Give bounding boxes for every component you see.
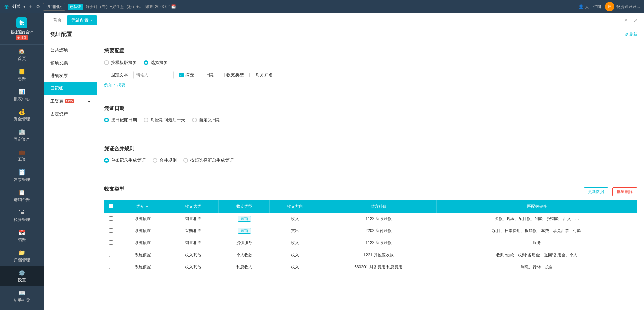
sidebar-item-ledger[interactable]: 📒 总账 xyxy=(0,65,44,85)
row-category: 系统预置 xyxy=(118,237,168,249)
row-category: 系统预置 xyxy=(118,249,168,261)
row-subject: 1122 应收账款 xyxy=(320,237,437,249)
row-direction: 收入 xyxy=(269,261,320,273)
radio-select[interactable]: 选择摘要 xyxy=(144,60,168,66)
left-nav-purchase-invoice[interactable]: 进项发票 xyxy=(44,69,97,82)
row-main-type: 销售相关 xyxy=(168,237,218,249)
sidebar-item-reports[interactable]: 📊 报表中心 xyxy=(0,85,44,105)
row-keywords: 服务 xyxy=(437,237,637,249)
sidebar-item-tax[interactable]: 🏛 税务管理 xyxy=(0,206,44,226)
radio-template-label: 按模板版摘要 xyxy=(111,60,137,66)
summary-radio-group: 按模板版摘要 选择摘要 xyxy=(104,60,637,66)
sidebar-item-settings[interactable]: ⚙️ 设置 xyxy=(0,266,44,286)
sidebar-item-close-account[interactable]: 📅 结账 xyxy=(0,226,44,246)
row-checkbox-cell[interactable] xyxy=(104,249,118,261)
tab-close-icon[interactable]: × xyxy=(91,18,93,22)
radio-journal-date[interactable]: 按日记账日期 xyxy=(104,117,137,123)
username: 畅捷通旺旺... xyxy=(616,4,640,10)
radio-summary-generate-label: 按照选择汇总生成凭证 xyxy=(190,157,234,163)
user-menu[interactable]: 旺 畅捷通旺旺... xyxy=(605,2,640,11)
checkbox-date[interactable]: 日期 xyxy=(200,72,215,78)
sidebar-item-funds[interactable]: 💰 资金管理 xyxy=(0,105,44,125)
select-all-checkbox[interactable] xyxy=(109,204,113,208)
checkbox-type[interactable]: 收支类型 xyxy=(220,72,244,78)
row-type: 置顶 xyxy=(219,225,269,237)
radio-single[interactable]: 单条记录生成凭证 xyxy=(104,157,146,163)
row-checkbox[interactable] xyxy=(109,265,113,269)
sidebar-item-label: 首页 xyxy=(18,56,26,62)
left-nav-label: 日记账 xyxy=(50,85,63,91)
checkbox-fixed-text-box xyxy=(104,73,109,77)
left-nav-public[interactable]: 公共选项 xyxy=(44,44,97,56)
checkbox-counterparty[interactable]: 对方户名 xyxy=(249,72,273,78)
tab-home[interactable]: 首页 xyxy=(49,15,66,25)
row-checkbox-cell[interactable] xyxy=(104,225,118,237)
radio-period-last-label: 对应期间最后一天 xyxy=(151,117,185,123)
checkbox-summary[interactable]: ✓ 摘要 xyxy=(179,72,194,78)
radio-journal-date-label: 按日记账日期 xyxy=(111,117,137,123)
row-checkbox-cell[interactable] xyxy=(104,213,118,225)
row-checkbox[interactable] xyxy=(109,253,113,257)
left-nav-sales-invoice[interactable]: 销项发票 xyxy=(44,56,97,69)
calendar-icon[interactable]: 📅 xyxy=(171,4,176,9)
radio-period-last[interactable]: 对应期间最后一天 xyxy=(144,117,185,123)
close-account-icon: 📅 xyxy=(18,229,25,236)
sidebar-item-guide[interactable]: 📖 新手引导 xyxy=(0,286,44,307)
fixed-text-label: 固定文本 xyxy=(111,72,128,78)
period: 账期 2023-02 📅 xyxy=(145,4,176,10)
help-button[interactable]: 👤 人工咨询 xyxy=(578,4,601,10)
left-nav-journal[interactable]: 日记账 xyxy=(44,82,97,95)
radio-summary-generate[interactable]: 按照选择汇总生成凭证 xyxy=(183,157,234,163)
row-checkbox[interactable] xyxy=(109,216,113,221)
batch-delete-button[interactable]: 批量删除 xyxy=(612,187,637,196)
guide-icon: 📖 xyxy=(18,290,25,296)
row-checkbox[interactable] xyxy=(109,240,113,245)
row-type: 置顶 xyxy=(219,213,269,225)
row-checkbox-cell[interactable] xyxy=(104,261,118,273)
settings-icon: ⚙️ xyxy=(18,270,25,276)
refresh-button[interactable]: ↺ 刷新 xyxy=(625,32,637,37)
radio-single-label: 单条记录生成凭证 xyxy=(111,157,146,163)
radio-merge-rule[interactable]: 合并规则 xyxy=(153,157,177,163)
topbar-dropdown[interactable]: ▾ xyxy=(23,4,25,9)
left-nav-fixed-assets[interactable]: 固定资产 xyxy=(44,108,97,120)
sidebar-item-invoice[interactable]: 🧾 发票管理 xyxy=(0,166,44,186)
left-nav-label: 销项发票 xyxy=(50,60,68,66)
row-subject: 2202 应付账款 xyxy=(320,225,437,237)
archive-icon: 📁 xyxy=(18,249,25,256)
topbar-right: 👤 人工咨询 旺 畅捷通旺旺... xyxy=(578,2,640,11)
row-direction: 收入 xyxy=(269,249,320,261)
switch-version-button[interactable]: 切到旧版 xyxy=(43,3,65,11)
tab-minimize-button[interactable]: ✕ xyxy=(622,16,629,24)
sidebar-item-purchase-sales[interactable]: 📋 进销台账 xyxy=(0,186,44,206)
radio-template[interactable]: 按模板版摘要 xyxy=(104,60,137,66)
table-header-checkbox[interactable] xyxy=(104,200,118,213)
sidebar-item-home[interactable]: 🏠 首页 xyxy=(0,45,44,65)
row-checkbox-cell[interactable] xyxy=(104,237,118,249)
topbar-add[interactable]: ＋ xyxy=(28,3,33,10)
app-logo: ⊕ xyxy=(4,3,9,10)
accounting-type: 好会计（专）+好生意（标）+… xyxy=(86,4,143,10)
row-main-type: 收入其他 xyxy=(168,261,218,273)
radio-custom-date[interactable]: 自定义日期 xyxy=(192,117,221,123)
checkbox-counterparty-box xyxy=(249,73,254,77)
row-category: 系统预置 xyxy=(118,225,168,237)
radio-merge-rule-label: 合并规则 xyxy=(159,157,177,163)
update-data-button[interactable]: 更新数据 xyxy=(584,187,608,196)
sidebar-item-label: 工资 xyxy=(18,157,26,162)
tab-expand-button[interactable]: ⤢ xyxy=(632,16,639,24)
sidebar-item-fixed-assets[interactable]: 🏢 固定资产 xyxy=(0,125,44,146)
sidebar-item-label: 结账 xyxy=(18,237,26,243)
sidebar-item-archive[interactable]: 📁 归档管理 xyxy=(0,246,44,266)
logo-icon: 畅 xyxy=(16,17,27,28)
left-nav-payroll[interactable]: 工资表 NEW ▾ xyxy=(44,95,97,108)
sidebar-item-member[interactable]: 👑 畅会员 xyxy=(0,307,44,310)
left-nav: 公共选项 销项发票 进项发票 日记账 工资表 NEW ▾ xyxy=(44,41,97,310)
topbar-settings-icon[interactable]: ⚙ xyxy=(36,4,40,9)
page-title: 凭证配置 xyxy=(50,31,72,38)
fixed-text-input[interactable] xyxy=(133,71,174,79)
sidebar-item-salary[interactable]: 💼 工资 xyxy=(0,146,44,166)
checkbox-fixed-text[interactable]: 固定文本 xyxy=(104,72,128,78)
row-checkbox[interactable] xyxy=(109,228,113,233)
tab-voucher-config[interactable]: 凭证配置 × xyxy=(67,15,97,25)
